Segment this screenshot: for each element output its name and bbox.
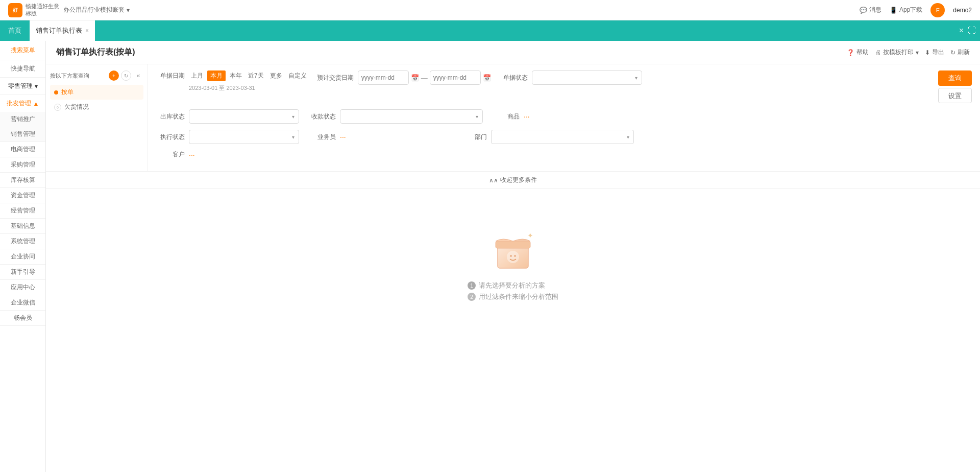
plan-nav-item-backorder[interactable]: ○ 欠货情况 (50, 100, 143, 114)
doc-date-label: 单据日期 (156, 72, 185, 80)
sidebar-sub-marketing[interactable]: 营销推广 (0, 112, 45, 127)
sidebar-sub-sales[interactable]: 销售管理 (0, 127, 45, 141)
exec-status-field: 执行状态 ▾ (156, 130, 299, 144)
svg-point-4 (510, 255, 512, 257)
phone-icon: 📱 (890, 7, 897, 14)
sidebar-item-basics[interactable]: 基础信息 (0, 219, 45, 233)
setting-button[interactable]: 设置 (938, 88, 972, 103)
customer-dots[interactable]: ··· (189, 151, 195, 159)
delivery-status-label: 出库状态 (156, 112, 185, 121)
empty-svg: ✦ (487, 230, 538, 271)
delivery-select-arrow: ▾ (292, 114, 295, 120)
tab-sales-execution[interactable]: 销售订单执行表 × (30, 20, 95, 41)
refresh-icon: ↻ (950, 49, 955, 56)
content-area: 销售订单执行表(按单) ❓ 帮助 🖨 按模板打印 ▾ ⬇ 导出 (46, 41, 980, 472)
sidebar-item-purchase[interactable]: 采购管理 (0, 157, 45, 172)
dept-field: 部门 ▾ (458, 130, 634, 144)
date-tab-last-month[interactable]: 上月 (189, 70, 205, 81)
sidebar-item-inventory[interactable]: 库存核算 (0, 173, 45, 187)
sidebar-item-system[interactable]: 系统管理 (0, 234, 45, 249)
exec-select-arrow: ▾ (292, 134, 295, 140)
collapse-icon: ∧∧ (489, 177, 498, 184)
print-btn[interactable]: 🖨 按模板打印 ▾ (875, 48, 919, 57)
sidebar-item-vip[interactable]: 畅会员 (0, 311, 45, 325)
sidebar-item-newbie[interactable]: 新手引导 (0, 265, 45, 279)
filter-left-icons: + ↻ « (109, 70, 143, 81)
exec-status-select[interactable]: ▾ (189, 130, 299, 144)
date-tab-this-year[interactable]: 本年 (228, 70, 244, 81)
tab-home[interactable]: 首页 (0, 20, 30, 41)
dept-label: 部门 (458, 133, 487, 141)
doc-status-select[interactable]: ▾ (532, 70, 642, 85)
date-tab-7days[interactable]: 近7天 (246, 70, 266, 81)
export-btn[interactable]: ⬇ 导出 (925, 48, 944, 57)
empty-text: 1 请先选择要分析的方案 2 用过滤条件来缩小分析范围 (468, 279, 558, 303)
sidebar-item-corpwechat[interactable]: 企业微信 (0, 295, 45, 310)
customer-label: 客户 (156, 150, 185, 159)
svg-rect-1 (496, 241, 530, 248)
predicted-date-end-input[interactable] (430, 70, 481, 85)
predicted-date-field: 预计交货日期 📅 — 📅 (317, 70, 491, 85)
window-close-icon[interactable]: × (959, 26, 964, 35)
plan-inactive-circle: ○ (54, 104, 61, 111)
search-button[interactable]: 查询 (938, 70, 972, 86)
breadcrumb[interactable]: 办公用品行业模拟账套 ▾ (63, 6, 130, 14)
sidebar-item-enterprise[interactable]: 企业协同 (0, 249, 45, 264)
help-btn[interactable]: ❓ 帮助 (847, 48, 869, 57)
calendar-start-icon[interactable]: 📅 (411, 74, 419, 82)
collapse-bar[interactable]: ∧∧ 收起更多条件 (46, 171, 980, 188)
sidebar-item-appcenter[interactable]: 应用中心 (0, 280, 45, 295)
page-actions: ❓ 帮助 🖨 按模板打印 ▾ ⬇ 导出 ↻ 刷新 (847, 48, 970, 57)
header-right: 💬 消息 📱 App下载 E demo2 (860, 3, 972, 17)
filter-right: 单据日期 上月 本月 本年 近7天 更多 自定义 (148, 64, 980, 171)
collection-select-arrow: ▾ (476, 114, 478, 120)
page-header: 销售订单执行表(按单) ❓ 帮助 🖨 按模板打印 ▾ ⬇ 导出 (46, 41, 980, 64)
collapse-left-btn[interactable]: « (133, 70, 143, 81)
collection-status-select[interactable]: ▾ (340, 109, 483, 124)
window-maximize-icon[interactable]: ⛶ (968, 26, 976, 35)
refresh-btn[interactable]: ↻ 刷新 (950, 48, 970, 57)
sidebar-group-inventory: 库存核算 (0, 173, 45, 188)
filter-row-3: 执行状态 ▾ 业务员 ··· 部门 (156, 130, 972, 144)
avatar[interactable]: E (930, 3, 945, 17)
print-chevron-icon: ▾ (916, 49, 919, 56)
product-dots[interactable]: ··· (524, 112, 530, 121)
refresh-plan-btn[interactable]: ↻ (121, 70, 131, 81)
user-name[interactable]: demo2 (953, 7, 972, 14)
sidebar-shortcut[interactable]: 快捷导航 (0, 60, 45, 78)
delivery-status-field: 出库状态 ▾ (156, 109, 299, 124)
plan-nav-item-order[interactable]: 按单 (50, 85, 143, 100)
sidebar-item-finance[interactable]: 资金管理 (0, 188, 45, 203)
sidebar-group-appcenter: 应用中心 (0, 280, 45, 295)
salesman-dots[interactable]: ··· (340, 133, 346, 141)
date-tab-custom[interactable]: 自定义 (286, 70, 309, 81)
sidebar-item-operations[interactable]: 经营管理 (0, 203, 45, 218)
date-separator: — (421, 74, 428, 82)
dept-select[interactable]: ▾ (491, 130, 634, 144)
date-tab-more[interactable]: 更多 (268, 70, 284, 81)
product-field: 商品 ··· (491, 112, 634, 121)
add-plan-btn[interactable]: + (109, 70, 119, 81)
delivery-status-select[interactable]: ▾ (189, 109, 299, 124)
predicted-date-label: 预计交货日期 (317, 74, 354, 82)
sidebar-item-ecommerce[interactable]: 电商管理 (0, 142, 45, 157)
customer-field: 客户 ··· (156, 150, 299, 159)
filter-row-2: 出库状态 ▾ 收款状态 ▾ (156, 109, 972, 124)
tab-bar-right: × ⛶ (959, 26, 980, 35)
product-label: 商品 (491, 112, 520, 121)
predicted-date-start-input[interactable] (358, 70, 409, 85)
sidebar-group-newbie: 新手引导 (0, 265, 45, 280)
chat-icon: 💬 (860, 7, 867, 14)
sidebar-search[interactable]: 搜索菜单 (0, 41, 45, 60)
doc-status-field: 单据状态 ▾ (499, 70, 642, 85)
calendar-end-icon[interactable]: 📅 (483, 74, 491, 82)
date-tab-this-month[interactable]: 本月 (207, 70, 226, 81)
sidebar-item-wholesale[interactable]: 批发管理 ▲ (0, 95, 45, 112)
sidebar-item-retail[interactable]: 零售管理 ▾ (0, 78, 45, 95)
message-action[interactable]: 💬 消息 (860, 6, 881, 14)
svg-point-5 (514, 255, 516, 257)
app-download-action[interactable]: 📱 App下载 (890, 6, 922, 14)
print-icon: 🖨 (875, 49, 881, 56)
tab-close-icon[interactable]: × (85, 27, 89, 34)
filter-row-1: 单据日期 上月 本月 本年 近7天 更多 自定义 (156, 70, 972, 103)
